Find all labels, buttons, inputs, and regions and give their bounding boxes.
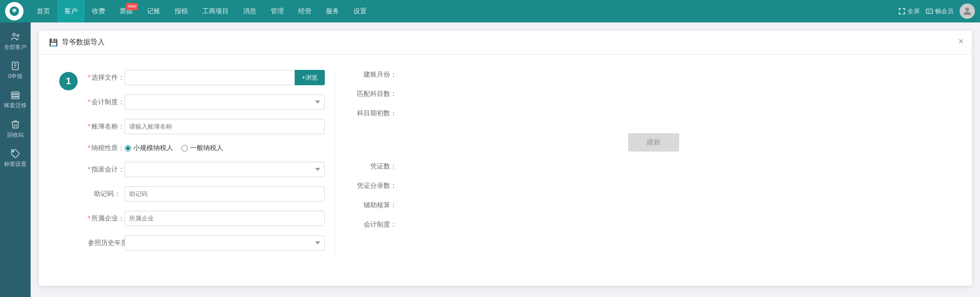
svg-point-2	[13, 33, 15, 36]
auxiliary-row: 辅助核算：	[356, 201, 951, 210]
reference-year-control	[125, 235, 325, 251]
user-avatar[interactable]	[960, 4, 975, 19]
info-accounting-system-label: 会计制度：	[356, 220, 401, 229]
file-text-input[interactable]	[125, 70, 295, 85]
affiliated-company-row: 所属企业：	[88, 211, 325, 226]
nav-message[interactable]: 消息	[236, 0, 264, 22]
svg-point-1	[965, 8, 969, 11]
svg-rect-0	[926, 9, 933, 14]
voucher-count-label: 凭证数：	[356, 162, 401, 171]
voucher-count-row: 凭证数：	[356, 162, 951, 171]
reference-year-select[interactable]	[125, 235, 325, 251]
file-label: 选择文件：	[88, 73, 125, 82]
app-logo	[5, 2, 23, 20]
svg-rect-5	[12, 92, 19, 94]
sidebar-label-tags: 标签设置	[4, 161, 27, 167]
general-taxpayer-radio[interactable]: 一般纳税人	[181, 143, 223, 153]
affiliated-company-control	[125, 211, 325, 226]
build-month-row: 建账月份：	[356, 70, 951, 79]
subject-initial-row: 科目期初数：	[356, 109, 951, 118]
affiliated-company-label: 所属企业：	[88, 214, 125, 223]
import-icon: 💾	[49, 38, 58, 46]
auxiliary-label: 辅助核算：	[356, 201, 401, 210]
panel-header: 💾 导爷数据导入 ×	[39, 31, 972, 55]
nav-tax[interactable]: 报税	[168, 0, 195, 22]
form-fields: 选择文件： +浏览 会计制度：	[88, 70, 325, 260]
sidebar-item-declaration[interactable]: 0申报	[1, 57, 30, 84]
nav-items: 首页 客户 收费 票据 new 记账 报税 工商项目 消息 管理 经营 服务 设…	[30, 0, 898, 22]
build-month-label: 建账月份：	[356, 70, 401, 79]
navbar-right: 全屏 畅会员	[898, 4, 975, 19]
nav-home[interactable]: 首页	[30, 0, 57, 22]
browse-button[interactable]: +浏览	[295, 70, 325, 85]
build-account-button[interactable]: 建账	[628, 133, 679, 152]
nav-business[interactable]: 工商项目	[195, 0, 236, 22]
voucher-entries-row: 凭证分录数：	[356, 181, 951, 190]
small-taxpayer-radio[interactable]: 小规模纳税人	[125, 143, 173, 153]
reference-year-label: 参照历史年度：	[88, 238, 125, 247]
accounting-system-select[interactable]	[125, 94, 325, 110]
nav-operation[interactable]: 经营	[291, 0, 319, 22]
sidebar-item-tags[interactable]: 标签设置	[1, 144, 30, 171]
panel-title: 导爷数据导入	[62, 38, 105, 47]
nav-billing[interactable]: 收费	[85, 0, 112, 22]
general-taxpayer-label: 一般纳税人	[190, 143, 223, 153]
accounting-system-row: 会计制度：	[88, 94, 325, 110]
build-btn-container: 建账	[356, 128, 951, 152]
ledger-name-input[interactable]	[125, 119, 325, 134]
affiliated-company-input[interactable]	[125, 211, 325, 226]
memo-code-control	[125, 186, 325, 202]
nav-bookkeeping[interactable]: 记账	[140, 0, 168, 22]
reference-year-row: 参照历史年度：	[88, 235, 325, 251]
file-select-row: 选择文件： +浏览	[88, 70, 325, 85]
import-panel: 💾 导爷数据导入 × 1 选择文件： +浏览	[39, 31, 972, 286]
tax-type-label: 纳税性质：	[88, 143, 125, 153]
member-btn[interactable]: 畅会员	[926, 7, 953, 16]
nav-invoice[interactable]: 票据 new	[112, 0, 140, 22]
assign-accountant-control	[125, 162, 325, 177]
tax-type-row: 纳税性质： 小规模纳税人 一般纳税人	[88, 143, 325, 153]
form-section: 1 选择文件： +浏览 会计制度：	[59, 70, 325, 260]
assign-accountant-select[interactable]	[125, 162, 325, 177]
nav-service[interactable]: 服务	[319, 0, 346, 22]
tax-type-control: 小规模纳税人 一般纳税人	[125, 143, 325, 153]
svg-point-8	[13, 151, 14, 152]
file-input-group: +浏览	[125, 70, 325, 85]
small-taxpayer-label: 小规模纳税人	[133, 143, 173, 153]
fullscreen-btn[interactable]: 全屏	[898, 7, 920, 16]
new-badge: new	[126, 3, 138, 10]
assign-accountant-row: 指派会计：	[88, 162, 325, 177]
svg-rect-7	[12, 97, 19, 99]
sidebar-label-recycle: 回收站	[7, 132, 24, 138]
sidebar-item-recycle[interactable]: 回收站	[1, 115, 30, 142]
main-content: 💾 导爷数据导入 × 1 选择文件： +浏览	[31, 22, 980, 297]
accounting-system-control	[125, 94, 325, 110]
memo-code-input[interactable]	[125, 186, 325, 202]
svg-rect-6	[12, 95, 19, 96]
nav-settings[interactable]: 设置	[346, 0, 374, 22]
sidebar-item-account-migration[interactable]: 账套迁移	[1, 86, 30, 113]
memo-code-row: 助记码：	[88, 186, 325, 202]
tax-radio-group: 小规模纳税人 一般纳税人	[125, 143, 325, 153]
sidebar-label-migration: 账套迁移	[4, 102, 27, 109]
ledger-name-row: 账簿名称：	[88, 119, 325, 134]
memo-code-label: 助记码：	[88, 189, 125, 199]
close-button[interactable]: ×	[958, 37, 964, 46]
svg-rect-4	[12, 62, 18, 70]
voucher-entries-label: 凭证分录数：	[356, 181, 401, 190]
sidebar: 全部客户 0申报 账套迁移 回收站 标签设置	[0, 22, 31, 297]
panel-body: 1 选择文件： +浏览 会计制度：	[39, 55, 972, 275]
match-subject-row: 匹配科目数：	[356, 89, 951, 98]
sidebar-label-customers: 全部客户	[4, 44, 27, 51]
navbar: 首页 客户 收费 票据 new 记账 报税 工商项目 消息 管理 经营 服务 设…	[0, 0, 980, 22]
ledger-name-label: 账簿名称：	[88, 122, 125, 131]
nav-customers[interactable]: 客户	[57, 0, 85, 22]
accounting-system-label: 会计制度：	[88, 97, 125, 107]
match-subject-label: 匹配科目数：	[356, 89, 401, 98]
subject-initial-label: 科目期初数：	[356, 109, 401, 118]
assign-accountant-label: 指派会计：	[88, 165, 125, 174]
sidebar-label-declaration: 0申报	[8, 73, 22, 80]
sidebar-item-all-customers[interactable]: 全部客户	[1, 28, 30, 55]
svg-point-3	[17, 34, 19, 36]
nav-management[interactable]: 管理	[264, 0, 291, 22]
